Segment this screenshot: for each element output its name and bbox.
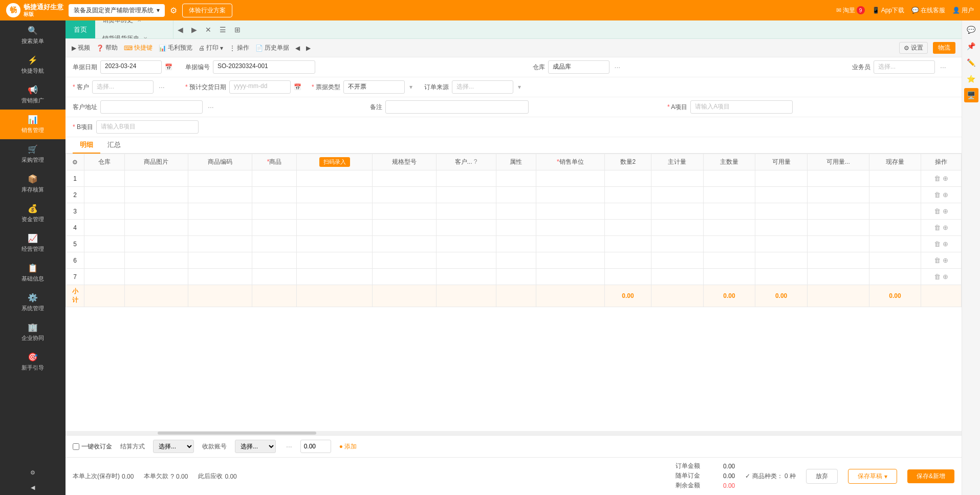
cell-2-5[interactable] xyxy=(297,187,373,203)
row-delete-4[interactable]: 🗑 xyxy=(934,224,941,231)
cell-6-11[interactable] xyxy=(651,252,704,269)
right-panel-btn-2[interactable]: 📌 xyxy=(964,39,978,53)
tab-home[interactable]: 首页 xyxy=(66,20,95,39)
row-delete-1[interactable]: 🗑 xyxy=(934,175,941,182)
cell-3-1[interactable] xyxy=(84,203,125,220)
cell-5-3[interactable] xyxy=(188,236,252,252)
cell-5-1[interactable] xyxy=(84,236,125,252)
cell-6-8[interactable] xyxy=(496,252,536,269)
cell-1-14[interactable] xyxy=(807,170,869,187)
cell-5-7[interactable] xyxy=(436,236,496,252)
cell-6-9[interactable] xyxy=(536,252,605,269)
cell-2-10[interactable] xyxy=(604,187,651,203)
sidebar-item-enterprise[interactable]: 🏢企业协同 xyxy=(0,317,66,347)
industry-button[interactable]: 体验行业方案 xyxy=(182,4,232,17)
cell-7-4[interactable] xyxy=(252,269,297,285)
doc-date-input[interactable]: 2023-03-24 xyxy=(100,60,162,74)
cell-2-7[interactable] xyxy=(436,187,496,203)
cell-2-9[interactable] xyxy=(536,187,605,203)
cell-7-11[interactable] xyxy=(651,269,704,285)
row-copy-2[interactable]: ⊕ xyxy=(943,191,948,199)
row-delete-3[interactable]: 🗑 xyxy=(934,207,941,215)
row-copy-4[interactable]: ⊕ xyxy=(943,224,948,231)
cell-1-4[interactable] xyxy=(252,170,297,187)
cell-2-13[interactable] xyxy=(755,187,808,203)
cell-4-9[interactable] xyxy=(536,220,605,236)
cell-4-2[interactable] xyxy=(124,220,188,236)
cell-1-1[interactable] xyxy=(84,170,125,187)
cell-1-5[interactable] xyxy=(297,170,373,187)
col-settings[interactable]: ⚙ xyxy=(66,154,84,170)
profit-preview-btn[interactable]: 📊 毛利预览 xyxy=(159,44,192,52)
cell-1-12[interactable] xyxy=(703,170,755,187)
right-panel-btn-1[interactable]: 💬 xyxy=(964,23,978,37)
system-selector[interactable]: 装备及固定资产辅助管理系统 ▾ xyxy=(69,4,165,17)
cell-7-3[interactable] xyxy=(188,269,252,285)
row-copy-1[interactable]: ⊕ xyxy=(943,175,948,182)
doc-no-input[interactable]: SO-20230324-001 xyxy=(213,60,315,74)
cell-5-8[interactable] xyxy=(496,236,536,252)
scan-btn[interactable]: 扫码录入 xyxy=(319,157,350,167)
cell-3-13[interactable] xyxy=(755,203,808,220)
cell-3-8[interactable] xyxy=(496,203,536,220)
app-download-btn[interactable]: 📱 App下载 xyxy=(872,6,904,15)
col-scan[interactable]: 扫码录入 xyxy=(297,154,373,170)
cell-2-11[interactable] xyxy=(651,187,704,203)
cell-4-4[interactable] xyxy=(252,220,297,236)
cell-4-12[interactable] xyxy=(703,220,755,236)
cell-7-10[interactable] xyxy=(604,269,651,285)
order-source-arrow-icon[interactable]: ▾ xyxy=(518,83,521,91)
sidebar-item-collapse[interactable]: ◀ xyxy=(0,480,66,495)
cell-7-1[interactable] xyxy=(84,269,125,285)
add-btn[interactable]: ● 添加 xyxy=(339,442,357,451)
sidebar-item-basic-info[interactable]: 📋基础信息 xyxy=(0,258,66,288)
print-btn[interactable]: 🖨 打印 ▾ xyxy=(199,44,223,52)
tab-prev-btn[interactable]: ◀ xyxy=(173,20,187,39)
cell-1-11[interactable] xyxy=(651,170,704,187)
cell-6-6[interactable] xyxy=(372,252,436,269)
tab-next-btn[interactable]: ▶ xyxy=(187,20,201,39)
cell-7-8[interactable] xyxy=(496,269,536,285)
cell-7-15[interactable] xyxy=(869,269,921,285)
cell-2-1[interactable] xyxy=(84,187,125,203)
cell-2-8[interactable] xyxy=(496,187,536,203)
cell-1-6[interactable] xyxy=(372,170,436,187)
cell-1-7[interactable] xyxy=(436,170,496,187)
cell-3-10[interactable] xyxy=(604,203,651,220)
cell-3-3[interactable] xyxy=(188,203,252,220)
account-expand-icon[interactable]: ··· xyxy=(286,442,292,450)
cell-4-3[interactable] xyxy=(188,220,252,236)
address-expand-icon[interactable]: ··· xyxy=(208,103,214,111)
invoice-arrow-icon[interactable]: ▾ xyxy=(409,83,412,91)
sidebar-item-system[interactable]: ⚙️系统管理 xyxy=(0,288,66,317)
tab-sales-refund-history[interactable]: 销货退货历史✕ xyxy=(95,30,173,39)
sidebar-item-operations[interactable]: 📈经营管理 xyxy=(0,228,66,258)
save-new-button[interactable]: 保存&新增 xyxy=(907,469,954,483)
sidebar-item-quick-nav[interactable]: ⚡快捷导航 xyxy=(0,50,66,80)
cell-7-9[interactable] xyxy=(536,269,605,285)
customer-input[interactable]: 选择... xyxy=(92,80,154,94)
tab-summary[interactable]: 汇总 xyxy=(100,137,128,154)
cell-2-15[interactable] xyxy=(869,187,921,203)
cell-7-14[interactable] xyxy=(807,269,869,285)
add-logistics-btn[interactable]: 物流 xyxy=(933,42,955,54)
message-btn[interactable]: ✉ 淘里 9 xyxy=(836,6,865,15)
row-copy-6[interactable]: ⊕ xyxy=(943,256,948,264)
cell-4-15[interactable] xyxy=(869,220,921,236)
cell-4-13[interactable] xyxy=(755,220,808,236)
sidebar-item-marketing[interactable]: 📢营销推广 xyxy=(0,80,66,110)
cell-6-1[interactable] xyxy=(84,252,125,269)
row-delete-2[interactable]: 🗑 xyxy=(934,191,941,199)
row-copy-5[interactable]: ⊕ xyxy=(943,240,948,248)
cell-3-7[interactable] xyxy=(436,203,496,220)
row-delete-5[interactable]: 🗑 xyxy=(934,240,941,248)
cell-3-4[interactable] xyxy=(252,203,297,220)
row-copy-7[interactable]: ⊕ xyxy=(943,273,948,281)
cell-4-1[interactable] xyxy=(84,220,125,236)
cell-5-10[interactable] xyxy=(604,236,651,252)
cell-2-14[interactable] xyxy=(807,187,869,203)
cell-6-5[interactable] xyxy=(297,252,373,269)
chevron-down-icon[interactable]: ▾ xyxy=(884,473,887,480)
tab-close-sales-return-history[interactable]: ✕ xyxy=(137,20,141,23)
cell-5-9[interactable] xyxy=(536,236,605,252)
